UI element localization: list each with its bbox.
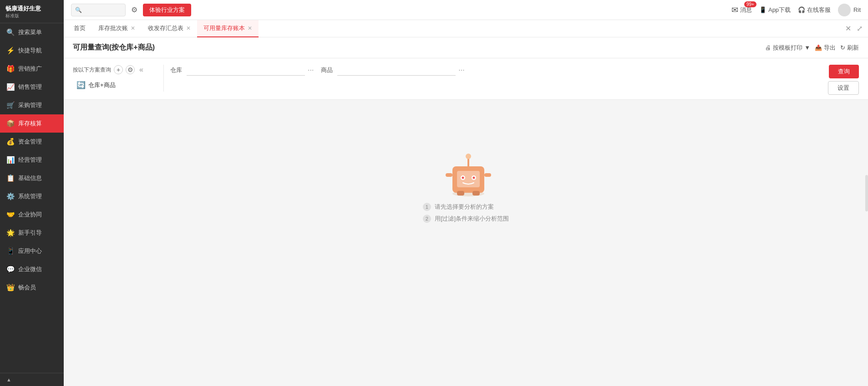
sidebar-item-label: 采购管理 <box>18 101 42 109</box>
finance-icon: 💰 <box>6 138 15 146</box>
sidebar-item-label: 畅会员 <box>18 283 36 292</box>
topbar: 🔍 ⚙ 体验行业方案 ✉ 消息 99+ 📱 App下载 🎧 在线客服 Rit <box>64 0 868 20</box>
service-icon: 🎧 <box>798 6 805 13</box>
sidebar-item-purchase[interactable]: 🛒 采购管理 <box>0 96 64 114</box>
online-service-label: 在线客服 <box>807 6 831 14</box>
sidebar-item-guide[interactable]: 🌟 新手引导 <box>0 224 64 242</box>
sidebar-item-label: 库存核算 <box>18 119 42 128</box>
svg-rect-2 <box>457 171 480 187</box>
tab-receipt-summary[interactable]: 收发存汇总表 ✕ <box>142 20 197 37</box>
message-icon: ✉ <box>731 5 738 15</box>
print-dropdown-icon[interactable]: ▼ <box>804 44 810 51</box>
app-download-label: App下载 <box>768 6 791 14</box>
hint-text-1: 请先选择要分析的方案 <box>435 201 494 213</box>
refresh-icon: ↻ <box>840 44 845 51</box>
svg-rect-12 <box>472 191 480 196</box>
sidebar-item-search[interactable]: 🔍 搜索菜单 <box>0 23 64 41</box>
sidebar-item-basic[interactable]: 📋 基础信息 <box>0 169 64 187</box>
tabs-bar: 首页 库存批次账 ✕ 收发存汇总表 ✕ 可用量库存账本 ✕ ✕ ⤢ <box>64 20 868 37</box>
topbar-search-icon: 🔍 <box>75 7 82 13</box>
sidebar-item-operation[interactable]: 📊 经营管理 <box>0 151 64 169</box>
query-button[interactable]: 查询 <box>829 65 859 78</box>
scheme-add-button[interactable]: + <box>114 65 123 74</box>
sidebar-item-enterprise[interactable]: 🤝 企业协同 <box>0 206 64 224</box>
logo-title: 畅康通好生意 <box>5 5 58 13</box>
warehouse-more-button[interactable]: ··· <box>308 66 314 74</box>
tab-available-ledger-label: 可用量库存账本 <box>203 24 245 32</box>
hint-text-2: 用[过滤]条件来缩小分析范围 <box>435 213 509 225</box>
sidebar-item-label: 应用中心 <box>18 247 42 255</box>
tabs-actions: ✕ ⤢ <box>843 22 864 35</box>
sidebar-logo: 畅康通好生意 标准版 <box>0 0 64 23</box>
tab-batch-account-close[interactable]: ✕ <box>131 25 135 31</box>
tab-home[interactable]: 首页 <box>67 20 92 37</box>
scheme-header-label: 按以下方案查询 <box>73 66 111 74</box>
sidebar-item-member[interactable]: 👑 畅会员 <box>0 278 64 297</box>
expand-tab-button[interactable]: ⤢ <box>855 22 864 35</box>
hint-num-1: 1 <box>423 203 431 211</box>
topbar-right: ✉ 消息 99+ 📱 App下载 🎧 在线客服 Rit <box>731 4 861 16</box>
sidebar-bottom[interactable]: ▲ <box>0 373 64 386</box>
page-header: 可用量查询(按仓库+商品) 🖨 按模板打印 ▼ 📤 导出 ↻ 刷新 <box>64 37 868 58</box>
user-profile-button[interactable]: Rit <box>838 4 861 16</box>
scheme-settings-button[interactable]: ⚙ <box>126 65 135 74</box>
print-label: 按模板打印 <box>773 44 802 52</box>
page-actions: 🖨 按模板打印 ▼ 📤 导出 ↻ 刷新 <box>765 44 859 52</box>
topbar-search-box[interactable]: 🔍 <box>71 4 126 16</box>
export-label: 导出 <box>824 44 836 52</box>
sidebar: 畅康通好生意 标准版 🔍 搜索菜单 ⚡ 快捷导航 🎁 营销推广 📈 销售管理 🛒… <box>0 0 64 386</box>
trial-industry-button[interactable]: 体验行业方案 <box>143 4 191 16</box>
product-more-button[interactable]: ··· <box>458 66 464 74</box>
sidebar-item-finance[interactable]: 💰 资金管理 <box>0 133 64 151</box>
sidebar-item-shortcut[interactable]: ⚡ 快捷导航 <box>0 41 64 60</box>
sidebar-item-sales[interactable]: 📈 销售管理 <box>0 78 64 96</box>
tab-available-ledger[interactable]: 可用量库存账本 ✕ <box>197 20 259 37</box>
sidebar-item-label: 经营管理 <box>18 156 42 164</box>
sidebar-item-label: 基础信息 <box>18 174 42 182</box>
tab-batch-account[interactable]: 库存批次账 ✕ <box>92 20 142 37</box>
page-content: 可用量查询(按仓库+商品) 🖨 按模板打印 ▼ 📤 导出 ↻ 刷新 <box>64 37 868 386</box>
sidebar-item-label: 销售管理 <box>18 83 42 91</box>
tab-home-label: 首页 <box>74 24 86 32</box>
product-input[interactable] <box>337 65 456 76</box>
print-template-button[interactable]: 🖨 按模板打印 ▼ <box>765 44 810 52</box>
filter-action-col: 查询 设置 <box>822 65 859 95</box>
app-download-button[interactable]: 📱 App下载 <box>759 6 791 14</box>
scheme-item-label: 仓库+商品 <box>88 81 116 89</box>
main-area: 🔍 ⚙ 体验行业方案 ✉ 消息 99+ 📱 App下载 🎧 在线客服 Rit <box>64 0 868 386</box>
empty-icon <box>443 148 489 194</box>
app-download-icon: 📱 <box>759 6 766 13</box>
online-service-button[interactable]: 🎧 在线客服 <box>798 6 831 14</box>
filter-fields: 仓库 ··· 商品 ··· <box>170 65 822 76</box>
sidebar-item-marketing[interactable]: 🎁 营销推广 <box>0 60 64 78</box>
page-title: 可用量查询(按仓库+商品) <box>73 43 155 52</box>
right-scrollbar[interactable] <box>865 175 868 211</box>
empty-hints: 1 请先选择要分析的方案 2 用[过滤]条件来缩小分析范围 <box>423 201 509 225</box>
sidebar-item-wechat[interactable]: 💬 企业微信 <box>0 260 64 278</box>
export-button[interactable]: 📤 导出 <box>815 44 836 52</box>
tab-available-ledger-close[interactable]: ✕ <box>248 25 252 31</box>
app-center-icon: 📱 <box>6 247 15 255</box>
sidebar-item-system[interactable]: ⚙️ 系统管理 <box>0 187 64 206</box>
settings-button[interactable]: 设置 <box>828 81 859 95</box>
warehouse-input[interactable] <box>187 65 305 76</box>
user-name: Rit <box>853 6 861 13</box>
sidebar-item-app-center[interactable]: 📱 应用中心 <box>0 242 64 260</box>
filter-scheme-header: 按以下方案查询 + ⚙ « <box>73 65 157 75</box>
member-icon: 👑 <box>6 283 15 292</box>
topbar-gear-icon[interactable]: ⚙ <box>129 5 139 14</box>
svg-point-8 <box>466 154 471 159</box>
sidebar-item-inventory[interactable]: 📦 库存核算 <box>0 114 64 133</box>
scheme-item-warehouse-product[interactable]: 🔄 仓库+商品 <box>73 78 157 92</box>
tab-receipt-summary-close[interactable]: ✕ <box>186 25 191 31</box>
svg-point-6 <box>472 177 475 179</box>
scheme-collapse-button[interactable]: « <box>137 65 145 75</box>
refresh-button[interactable]: ↻ 刷新 <box>840 44 859 52</box>
sidebar-item-label: 快捷导航 <box>18 46 42 55</box>
print-icon: 🖨 <box>765 44 771 51</box>
close-all-tabs-button[interactable]: ✕ <box>843 22 853 35</box>
basic-icon: 📋 <box>6 174 15 182</box>
sales-icon: 📈 <box>6 83 15 91</box>
purchase-icon: 🛒 <box>6 101 15 109</box>
message-button[interactable]: ✉ 消息 99+ <box>731 5 752 15</box>
